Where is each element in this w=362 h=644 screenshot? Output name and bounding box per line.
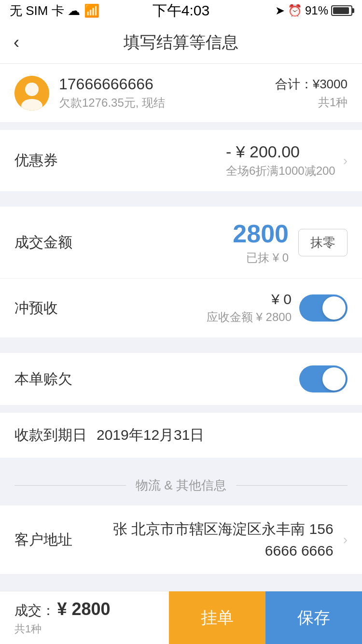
- address-section: 客户地址 张 北京市市辖区海淀区永丰南 156 6666 6666 ›: [0, 505, 362, 574]
- prepay-value: ¥ 0: [207, 291, 292, 308]
- due-date-label: 收款到期日: [14, 425, 87, 445]
- status-right: ➤ ⏰ 91%: [275, 4, 352, 17]
- overdue-label: 本单赊欠: [14, 369, 72, 389]
- round-off-button[interactable]: 抹零: [298, 229, 348, 256]
- amount-label: 成交金额: [14, 233, 72, 252]
- amount-row: 成交金额 2800 已抹 ¥ 0 抹零: [0, 207, 362, 278]
- amount-right: 2800 已抹 ¥ 0 抹零: [233, 219, 348, 266]
- user-right: 合计：¥3000 共1种: [275, 76, 348, 110]
- amount-section: 成交金额 2800 已抹 ¥ 0 抹零 冲预收 ¥ 0 应收金额 ¥ 2800: [0, 207, 362, 337]
- address-label: 客户地址: [14, 530, 72, 550]
- coupon-row[interactable]: 优惠券 - ¥ 200.00 全场6折满1000减200 ›: [0, 130, 362, 191]
- prepay-value-group: ¥ 0 应收金额 ¥ 2800: [207, 291, 292, 325]
- overdue-toggle-knob: [322, 367, 346, 391]
- bottom-summary: 成交： ¥ 2800 共1种: [0, 599, 169, 636]
- status-time: 下午4:03: [153, 1, 209, 21]
- amount-value: 2800: [233, 219, 289, 248]
- status-bar: 无 SIM 卡 ☁ 📶 下午4:03 ➤ ⏰ 91%: [0, 0, 362, 21]
- bottom-deal-row: 成交： ¥ 2800: [14, 599, 154, 620]
- page-header: ‹ 填写结算等信息: [0, 21, 362, 64]
- coupon-right: - ¥ 200.00 全场6折满1000减200 ›: [226, 142, 348, 179]
- due-date-value: 2019年12月31日: [97, 425, 204, 445]
- main-content: 17666666666 欠款1276.35元, 现结 合计：¥3000 共1种 …: [0, 64, 362, 640]
- due-date-section: 收款到期日 2019年12月31日: [0, 413, 362, 458]
- svg-point-1: [25, 83, 39, 96]
- alarm-icon: ⏰: [288, 4, 302, 17]
- battery-indicator: [331, 5, 352, 16]
- overdue-row: 本单赊欠: [0, 353, 362, 405]
- page-title: 填写结算等信息: [124, 31, 238, 54]
- user-info-row: 17666666666 欠款1276.35元, 现结 合计：¥3000 共1种: [0, 64, 362, 122]
- bottom-deal-amount: ¥ 2800: [57, 599, 110, 619]
- avatar: [14, 76, 49, 111]
- address-value: 张 北京市市辖区海淀区永丰南 156 6666 6666: [72, 518, 343, 561]
- user-phone: 17666666666: [59, 75, 165, 93]
- coupon-section: 优惠券 - ¥ 200.00 全场6折满1000减200 ›: [0, 130, 362, 191]
- total-label: 合计：¥3000: [275, 76, 348, 93]
- hang-order-button[interactable]: 挂单: [169, 591, 265, 644]
- battery-percent: 91%: [305, 4, 328, 17]
- sim-signal: 无 SIM 卡 ☁: [10, 2, 80, 19]
- amount-value-group: 2800 已抹 ¥ 0: [233, 219, 289, 266]
- chevron-right-icon: ›: [343, 153, 348, 168]
- toggle-knob: [322, 296, 346, 320]
- logistics-divider: 物流 & 其他信息: [0, 465, 362, 505]
- overdue-section: 本单赊欠: [0, 353, 362, 405]
- save-button[interactable]: 保存: [265, 591, 362, 644]
- location-icon: ➤: [275, 4, 285, 17]
- coupon-value-group: - ¥ 200.00 全场6折满1000减200: [226, 142, 335, 179]
- section-divider-1: [0, 199, 362, 207]
- wifi-icon: 📶: [84, 3, 99, 18]
- user-details: 17666666666 欠款1276.35元, 现结: [59, 75, 165, 111]
- prepay-sub: 应收金额 ¥ 2800: [207, 309, 292, 325]
- prepay-row: 冲预收 ¥ 0 应收金额 ¥ 2800: [0, 278, 362, 337]
- coupon-label: 优惠券: [14, 151, 58, 170]
- logistics-line-left: [14, 485, 126, 486]
- address-row[interactable]: 客户地址 张 北京市市辖区海淀区永丰南 156 6666 6666 ›: [0, 505, 362, 574]
- amount-sub: 已抹 ¥ 0: [233, 250, 289, 266]
- section-divider-2: [0, 345, 362, 353]
- bottom-deal-label: 成交：: [14, 603, 55, 618]
- battery-fill: [333, 7, 349, 14]
- back-button[interactable]: ‹: [14, 32, 19, 53]
- overdue-toggle[interactable]: [299, 365, 348, 392]
- total-count: 共1种: [275, 95, 348, 110]
- prepay-label: 冲预收: [14, 298, 58, 318]
- prepay-toggle[interactable]: [299, 294, 348, 322]
- user-sub: 欠款1276.35元, 现结: [59, 95, 165, 111]
- logistics-line-right: [236, 485, 348, 486]
- status-left: 无 SIM 卡 ☁ 📶: [10, 2, 99, 19]
- bottom-count: 共1种: [14, 622, 154, 636]
- prepay-right: ¥ 0 应收金额 ¥ 2800: [207, 291, 348, 325]
- coupon-sub: 全场6折满1000减200: [226, 163, 335, 179]
- coupon-value: - ¥ 200.00: [226, 142, 335, 161]
- due-date-row: 收款到期日 2019年12月31日: [0, 413, 362, 458]
- bottom-bar: 成交： ¥ 2800 共1种 挂单 保存: [0, 591, 362, 644]
- user-left: 17666666666 欠款1276.35元, 现结: [14, 75, 165, 111]
- address-chevron-icon: ›: [343, 532, 348, 547]
- logistics-label: 物流 & 其他信息: [136, 477, 226, 494]
